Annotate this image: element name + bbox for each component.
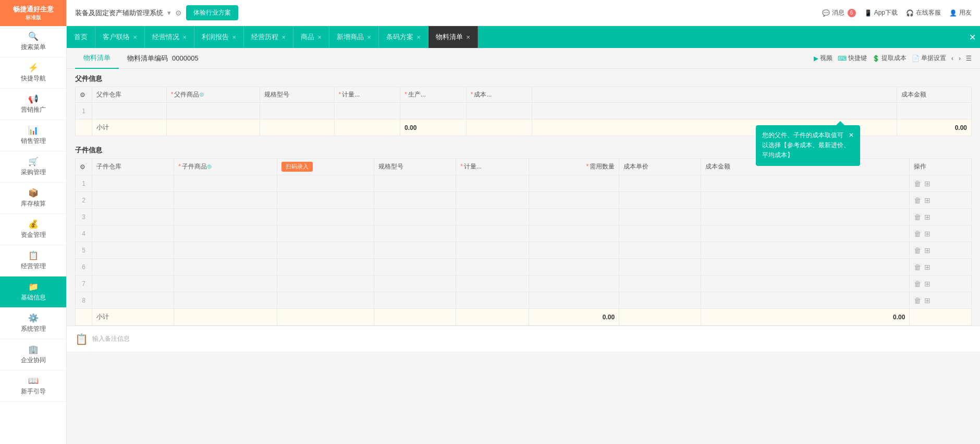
copy-icon-7[interactable]: ⊞ [924, 280, 930, 288]
delete-icon-1[interactable]: 🗑 [914, 179, 921, 188]
sidebar-item-11[interactable]: 📖新手引导 [0, 370, 66, 402]
child-scan-1[interactable] [277, 175, 374, 192]
child-product-7[interactable] [174, 275, 277, 292]
sub-tab-bill-of-materials[interactable]: 物料清单 [75, 48, 119, 69]
child-spec-4[interactable] [374, 225, 456, 242]
online-service-item[interactable]: 🎧 在线客服 [906, 8, 941, 17]
experience-button[interactable]: 体验行业方案 [186, 5, 238, 20]
delete-icon-8[interactable]: 🗑 [914, 296, 921, 305]
child-warehouse-7[interactable] [92, 275, 174, 292]
child-qty-7[interactable] [529, 275, 619, 292]
child-spec-7[interactable] [374, 275, 456, 292]
child-scan-7[interactable] [277, 275, 374, 292]
child-scan-5[interactable] [277, 242, 374, 259]
nav-tab-5[interactable]: 商品✕ [293, 26, 329, 48]
child-product-2[interactable] [174, 192, 277, 209]
child-col-settings[interactable]: ⚙ [76, 159, 92, 175]
sidebar-item-9[interactable]: ⚙️系统管理 [0, 308, 66, 339]
child-scan-4[interactable] [277, 225, 374, 242]
child-warehouse-4[interactable] [92, 225, 174, 242]
child-warehouse-5[interactable] [92, 242, 174, 259]
child-unit-5[interactable] [456, 242, 529, 259]
child-unit-6[interactable] [456, 259, 529, 275]
nav-tab-3[interactable]: 利润报告✕ [194, 26, 244, 48]
child-spec-6[interactable] [374, 259, 456, 275]
child-qty-5[interactable] [529, 242, 619, 259]
nav-tab-4[interactable]: 经营历程✕ [244, 26, 293, 48]
child-unit-cost-7[interactable] [619, 275, 701, 292]
child-qty-3[interactable] [529, 209, 619, 225]
sidebar-item-3[interactable]: 📊销售管理 [0, 120, 66, 151]
child-unit-cost-3[interactable] [619, 209, 701, 225]
child-unit-4[interactable] [456, 225, 529, 242]
child-product-4[interactable] [174, 225, 277, 242]
child-spec-1[interactable] [374, 175, 456, 192]
sidebar-item-7[interactable]: 📋经营管理 [0, 245, 66, 277]
sidebar-item-10[interactable]: 🏢企业协同 [0, 339, 66, 370]
delete-icon-3[interactable]: 🗑 [914, 213, 921, 221]
child-unit-cost-5[interactable] [619, 242, 701, 259]
parent-unit-1[interactable] [334, 103, 400, 119]
child-warehouse-2[interactable] [92, 192, 174, 209]
child-product-5[interactable] [174, 242, 277, 259]
child-qty-6[interactable] [529, 259, 619, 275]
nav-tab-8[interactable]: 物料清单✕ [428, 26, 478, 48]
child-scan-2[interactable] [277, 192, 374, 209]
child-qty-8[interactable] [529, 292, 619, 309]
child-scan-6[interactable] [277, 259, 374, 275]
nav-tab-close-1[interactable]: ✕ [133, 34, 137, 40]
child-unit-2[interactable] [456, 192, 529, 209]
extract-cost-btn[interactable]: 💲 提取成本 [872, 54, 906, 63]
child-scan-3[interactable] [277, 209, 374, 225]
copy-icon-6[interactable]: ⊞ [924, 263, 930, 271]
copy-icon-8[interactable]: ⊞ [924, 296, 930, 305]
delete-icon-4[interactable]: 🗑 [914, 230, 921, 238]
child-scan-8[interactable] [277, 292, 374, 309]
user-item[interactable]: 👤 用友 [949, 8, 972, 17]
child-spec-3[interactable] [374, 209, 456, 225]
nav-tab-close-5[interactable]: ✕ [317, 34, 322, 40]
child-spec-8[interactable] [374, 292, 456, 309]
child-unit-cost-8[interactable] [619, 292, 701, 309]
child-product-1[interactable] [174, 175, 277, 192]
parent-product-1[interactable] [166, 103, 260, 119]
child-spec-5[interactable] [374, 242, 456, 259]
sidebar-item-2[interactable]: 📢营销推广 [0, 89, 66, 120]
nav-tab-0[interactable]: 首页 [67, 26, 95, 48]
copy-icon-5[interactable]: ⊞ [924, 246, 930, 255]
child-unit-cost-1[interactable] [619, 175, 701, 192]
child-product-8[interactable] [174, 292, 277, 309]
child-qty-1[interactable] [529, 175, 619, 192]
nav-left-btn[interactable]: ‹ [951, 55, 953, 62]
child-unit-3[interactable] [456, 209, 529, 225]
tooltip-close-btn[interactable]: ✕ [849, 130, 854, 140]
delete-icon-5[interactable]: 🗑 [914, 246, 921, 255]
view-video-btn[interactable]: ▶ 视频 [814, 54, 832, 63]
list-view-btn[interactable]: ☰ [966, 55, 972, 62]
child-qty-2[interactable] [529, 192, 619, 209]
parent-warehouse-1[interactable] [92, 103, 167, 119]
sidebar-item-4[interactable]: 🛒采购管理 [0, 151, 66, 183]
copy-icon-3[interactable]: ⊞ [924, 213, 930, 221]
child-warehouse-1[interactable] [92, 175, 174, 192]
nav-tab-6[interactable]: 新增商品✕ [329, 26, 379, 48]
nav-tab-close-8[interactable]: ✕ [466, 34, 470, 40]
parent-cost-1[interactable] [466, 103, 532, 119]
shortcut-btn[interactable]: ⌨ 快捷键 [838, 54, 867, 63]
copy-icon-4[interactable]: ⊞ [924, 230, 930, 238]
child-unit-cost-6[interactable] [619, 259, 701, 275]
message-item[interactable]: 💬 消息 6 [822, 8, 856, 17]
delete-icon-6[interactable]: 🗑 [914, 263, 921, 271]
nav-tab-2[interactable]: 经营情况✕ [145, 26, 194, 48]
child-warehouse-6[interactable] [92, 259, 174, 275]
child-unit-7[interactable] [456, 275, 529, 292]
child-unit-8[interactable] [456, 292, 529, 309]
delete-icon-2[interactable]: 🗑 [914, 196, 921, 205]
child-unit-cost-2[interactable] [619, 192, 701, 209]
nav-tab-close-2[interactable]: ✕ [182, 34, 187, 40]
parent-spec-1[interactable] [260, 103, 334, 119]
child-spec-2[interactable] [374, 192, 456, 209]
sidebar-item-6[interactable]: 💰资金管理 [0, 214, 66, 245]
child-qty-4[interactable] [529, 225, 619, 242]
nav-tab-1[interactable]: 客户联络✕ [95, 26, 145, 48]
